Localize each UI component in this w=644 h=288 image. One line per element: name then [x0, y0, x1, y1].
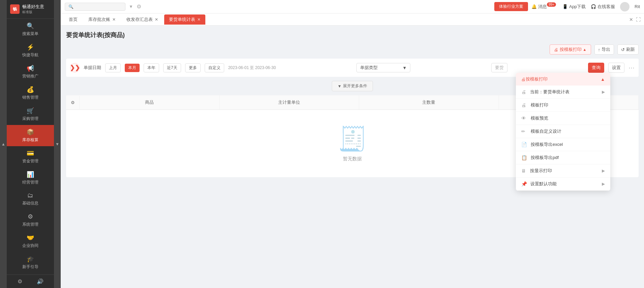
printer-header-icon: 🖨 — [521, 77, 526, 82]
export-label: 导出 — [602, 46, 610, 53]
tab-label: 收发存汇总表 — [126, 17, 153, 23]
dropdown-set-default[interactable]: 📌 设置默认功能 ▶ — [516, 178, 610, 191]
sidebar-item-enterprise[interactable]: 🤝 企业协同 — [7, 231, 54, 252]
sidebar-item-system[interactable]: ⚙ 系统管理 — [7, 210, 54, 231]
username-label: Rit — [635, 4, 640, 9]
sound-icon[interactable]: 🔊 — [37, 278, 43, 285]
tab-batch-account[interactable]: 库存批次账 ✕ — [84, 14, 120, 25]
sidebar-item-sales[interactable]: 💰 销售管理 — [7, 83, 54, 104]
date-custom-btn[interactable]: 自定义 — [205, 63, 224, 72]
sidebar-item-inventory[interactable]: 📦 库存核算 — [7, 125, 54, 146]
app-download-label: App下载 — [569, 4, 586, 10]
app-download-item[interactable]: 📱 App下载 — [562, 4, 586, 10]
query-btn[interactable]: 查询 — [588, 63, 604, 73]
sidebar-bottom: ⚙ 🔊 — [7, 275, 54, 288]
dropdown-display-print[interactable]: 🖥 按显示打印 ▶ — [516, 164, 610, 178]
topbar-chevron-icon[interactable]: ▼ — [129, 4, 133, 9]
tab-close-active-icon[interactable]: ✕ — [197, 17, 201, 22]
user-avatar[interactable] — [620, 2, 630, 11]
date-prev-month-btn[interactable]: 上月 — [105, 63, 121, 72]
dropdown-template-preview[interactable]: 👁 模板预览 — [516, 112, 610, 125]
window-close-icon[interactable]: ✕ — [629, 17, 633, 22]
sidebar-item-guide[interactable]: 🎓 新手引导 — [7, 252, 54, 273]
tab-close-icon[interactable]: ✕ — [112, 17, 116, 22]
app-logo: 畅 畅通好生意 标准版 — [7, 0, 54, 19]
date-this-year-btn[interactable]: 本年 — [144, 63, 159, 72]
sidebar-item-search[interactable]: 🔍 搜索菜单 — [7, 19, 54, 40]
topbar-search-bar[interactable]: 🔍 — [65, 3, 125, 11]
logo-icon: 畅 — [10, 4, 20, 14]
type-label: 单据类型 — [360, 65, 378, 71]
refresh-label: 刷新 — [626, 46, 635, 53]
set-default-label: 设置默认功能 — [530, 181, 557, 187]
sidebar-item-marketing[interactable]: 📢 营销推广 — [7, 61, 54, 83]
table-col-checkbox: ⚙ — [66, 96, 80, 109]
sidebar-item-purchase[interactable]: 🛒 采购管理 — [7, 104, 54, 125]
sidebar-scroll-down[interactable]: ▼ — [54, 0, 61, 288]
notification-item[interactable]: 🔔 消息 99+ — [531, 4, 557, 10]
export-btn[interactable]: ↑ 导出 — [594, 44, 614, 55]
settings-col-icon[interactable]: ⚙ — [71, 100, 75, 105]
search-icon: 🔍 — [27, 22, 34, 30]
phone-icon: 📱 — [562, 4, 568, 9]
chevron-down-icon: ▼ — [403, 65, 407, 70]
tab-order-stats[interactable]: 要货单统计表 ✕ — [164, 14, 205, 25]
date-current-month-btn[interactable]: 本月 — [125, 64, 140, 72]
settings-icon[interactable]: ⚙ — [137, 3, 141, 10]
display-print-label: 按显示打印 — [530, 168, 552, 174]
tab-close-icon[interactable]: ✕ — [155, 17, 158, 22]
template-print-label: 模板打印 — [531, 102, 548, 108]
yaohu-filter[interactable]: 要货 — [491, 63, 507, 72]
settings-bottom-icon[interactable]: ⚙ — [18, 278, 22, 285]
tab-label: 库存批次账 — [88, 17, 110, 23]
expand-label: 展开更多条件 — [343, 83, 367, 89]
chevron-down-icon: ▼ — [338, 84, 342, 89]
expand-more-btn[interactable]: ▼ 展开更多条件 — [332, 81, 373, 91]
graduate-icon: 🎓 — [27, 255, 34, 263]
dropdown-template-print[interactable]: 🖨 模板打印 — [516, 99, 610, 112]
date-more-btn[interactable]: 更多 — [185, 63, 201, 72]
notification-label: 消息 — [538, 4, 547, 10]
dropdown-current-item[interactable]: 🖨 当前：要货单统计表 ▶ — [516, 86, 610, 99]
industry-btn[interactable]: 体验行业方案 — [494, 2, 528, 11]
sidebar-item-label: 搜索菜单 — [22, 31, 38, 37]
topbar-right: 🔔 消息 99+ 📱 App下载 🎧 在线客服 Rit — [531, 2, 640, 11]
sidebar-item-app-center[interactable]: 🔲 应用中心 — [7, 273, 54, 275]
sidebar-item-label: 库存核算 — [22, 137, 38, 143]
sidebar-item-quick-nav[interactable]: ⚡ 快捷导航 — [7, 40, 54, 61]
empty-text: 暂无数据 — [343, 156, 362, 162]
sidebar-item-label: 资金管理 — [22, 158, 38, 164]
sidebar-scroll-up[interactable]: ▲ — [0, 0, 7, 288]
online-service-label: 在线客服 — [597, 4, 615, 10]
sidebar-item-finance[interactable]: 💳 资金管理 — [7, 146, 54, 167]
dropdown-template-design[interactable]: ✏ 模板自定义设计 — [516, 125, 610, 138]
logo-sub: 标准版 — [22, 10, 44, 14]
refresh-btn[interactable]: ↺ 刷新 — [617, 44, 639, 55]
sidebar-item-label: 新手引导 — [22, 264, 38, 270]
headset-icon: 🎧 — [591, 4, 596, 9]
filter-expand-icon[interactable]: ❯❯ — [70, 63, 80, 72]
sidebar-item-label: 企业协同 — [22, 243, 38, 249]
online-service-item[interactable]: 🎧 在线客服 — [591, 4, 615, 10]
tab-home[interactable]: 首页 — [64, 14, 82, 25]
more-options-icon[interactable]: ⋯ — [628, 64, 635, 71]
sidebar-item-operations[interactable]: 📊 经营管理 — [7, 167, 54, 189]
settings-filter-btn[interactable]: 设置 — [608, 63, 624, 73]
sidebar-item-label: 营销推广 — [22, 73, 38, 79]
order-type-select[interactable]: 单据类型 ▼ — [356, 63, 410, 72]
dropdown-template-excel[interactable]: 📄 按模板导出excel — [516, 138, 610, 151]
handshake-icon: 🤝 — [27, 234, 34, 242]
printer-small-icon: 🖨 — [521, 89, 527, 95]
tab-receivable-summary[interactable]: 收发存汇总表 ✕ — [122, 14, 163, 25]
box-icon: 📦 — [27, 128, 34, 136]
sidebar-item-label: 销售管理 — [22, 95, 38, 100]
date-7days-btn[interactable]: 近7天 — [163, 63, 181, 72]
sidebar-nav: 🔍 搜索菜单 ⚡ 快捷导航 📢 营销推广 💰 销售管理 🛒 采购管理 📦 库存核… — [7, 19, 54, 275]
table-col-quantity: 主数量 — [359, 95, 499, 109]
sidebar-item-basic[interactable]: 🗂 基础信息 — [7, 189, 54, 210]
refresh-icon: ↺ — [621, 47, 625, 52]
dropdown-template-pdf[interactable]: 📋 按模板导出pdf — [516, 151, 610, 164]
window-maximize-icon[interactable]: ⛶ — [636, 17, 641, 22]
print-template-btn[interactable]: 🖨 按模板打印 ▲ — [550, 44, 591, 55]
chevron-up-close-icon[interactable]: ▲ — [601, 77, 605, 82]
